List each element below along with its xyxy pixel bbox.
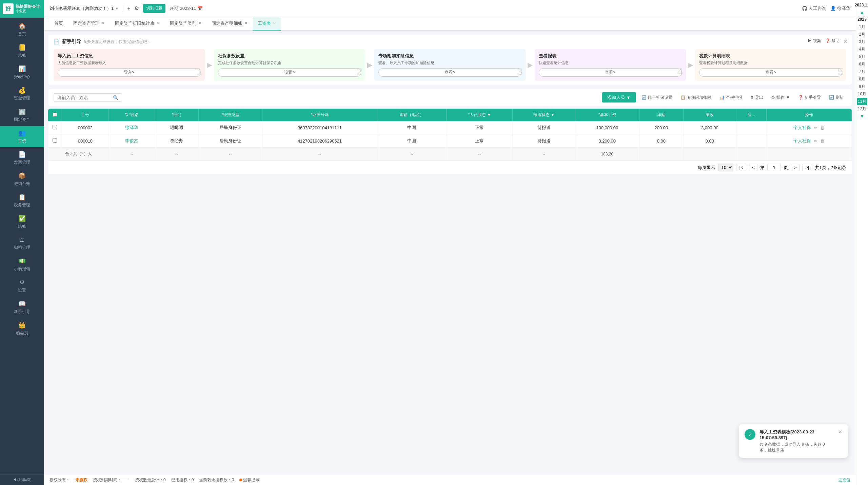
total-label: 合计共（2）人 bbox=[48, 148, 109, 161]
sidebar: 好 畅捷通好会计 专业版 🏠首页📒总账📊报表中心💰资金管理🏢固定资产👥工资📄发票… bbox=[0, 0, 44, 485]
video-link[interactable]: ▶ 视频 bbox=[808, 38, 821, 44]
first-page-btn[interactable]: |< bbox=[736, 164, 746, 171]
headset-icon: 🎧 bbox=[802, 6, 807, 11]
tax-declare-btn[interactable]: 📊 个税申报 bbox=[717, 93, 745, 102]
sidebar-item-funds[interactable]: 💰资金管理 bbox=[0, 83, 44, 105]
sidebar-item-home[interactable]: 🏠首页 bbox=[0, 19, 44, 40]
sidebar-item-reports[interactable]: 📊报表中心 bbox=[0, 62, 44, 83]
export-btn[interactable]: ⬆ 导出 bbox=[748, 93, 766, 102]
row-idtype: 居民身份证 bbox=[198, 134, 262, 148]
switch-version-btn[interactable]: 切到旧版 bbox=[143, 4, 165, 13]
row-name[interactable]: 徐泽华 bbox=[109, 121, 155, 134]
action-social[interactable]: 个人社保 bbox=[793, 138, 811, 144]
search-input[interactable] bbox=[57, 95, 112, 100]
reports-icon: 📊 bbox=[18, 65, 26, 73]
tab-close-fixed-detail[interactable]: ✕ bbox=[244, 21, 248, 25]
guide-arrow-1: ▶ bbox=[205, 61, 214, 69]
step-btn-2[interactable]: 设置> bbox=[218, 68, 361, 77]
expense-icon: 💵 bbox=[18, 257, 26, 265]
step-btn-3[interactable]: 查看> bbox=[378, 68, 521, 77]
social-insurance-btn[interactable]: 🔄 统一社保设置 bbox=[639, 93, 675, 102]
total-dash-1: -- bbox=[109, 148, 155, 161]
tab-close-fixed-category[interactable]: ✕ bbox=[198, 21, 201, 25]
help-link[interactable]: ❓ 帮助 bbox=[825, 38, 840, 44]
last-page-btn[interactable]: >| bbox=[802, 164, 812, 171]
action-social[interactable]: 个人社保 bbox=[793, 125, 811, 131]
refresh-btn[interactable]: 🔄 刷新 bbox=[826, 93, 846, 102]
page-input[interactable] bbox=[767, 164, 781, 171]
calendar-down-btn[interactable]: ▼ bbox=[859, 113, 865, 119]
calendar-month-2月[interactable]: 2月 bbox=[857, 31, 867, 38]
calendar-month-6月[interactable]: 6月 bbox=[857, 60, 867, 68]
user-info[interactable]: 👤 徐泽华 bbox=[830, 5, 850, 12]
ops-arrow-icon: ▼ bbox=[786, 95, 790, 100]
unpin-btn[interactable]: ◀取消固定 bbox=[0, 474, 44, 485]
tab-depreciation[interactable]: 固定资产折旧统计表✕ bbox=[110, 17, 164, 31]
sidebar-item-member[interactable]: 👑畅会员 bbox=[0, 318, 44, 339]
col-report-status[interactable]: 报送状态 ▼ bbox=[513, 109, 575, 121]
sidebar-item-ledger[interactable]: 📒总账 bbox=[0, 40, 44, 62]
sidebar-item-expense[interactable]: 💵小畅报销 bbox=[0, 254, 44, 275]
action-delete-icon[interactable]: 🗑 bbox=[820, 138, 825, 144]
next-page-btn[interactable]: > bbox=[791, 164, 800, 171]
guide-close-btn[interactable]: ✕ bbox=[843, 38, 848, 44]
calendar-month-5月[interactable]: 5月 bbox=[857, 53, 867, 60]
row-checkbox[interactable] bbox=[53, 125, 57, 129]
col-name[interactable]: ⇅ *姓名 bbox=[109, 109, 155, 121]
tab-home[interactable]: 首页 bbox=[50, 17, 68, 31]
sidebar-item-invoicing[interactable]: 📄发票管理 bbox=[0, 147, 44, 169]
special-deduction-btn[interactable]: 📋 专项附加扣除 bbox=[678, 93, 714, 102]
page-size-select[interactable]: 10 20 50 bbox=[718, 164, 733, 171]
row-checkbox[interactable] bbox=[53, 138, 57, 143]
tab-close-fixed-assets[interactable]: ✕ bbox=[102, 21, 105, 25]
calendar-month-1月[interactable]: 1月 bbox=[857, 23, 867, 31]
calendar-month-9月[interactable]: 9月 bbox=[857, 83, 867, 90]
settings-icon[interactable]: ⚙ bbox=[134, 5, 139, 12]
search-icon[interactable]: 🔍 bbox=[113, 95, 118, 100]
row-name[interactable]: 李俊杰 bbox=[109, 134, 155, 148]
calendar-month-7月[interactable]: 7月 bbox=[857, 68, 867, 75]
sidebar-item-new-guide[interactable]: 📖新手引导 bbox=[0, 297, 44, 318]
tab-fixed-category[interactable]: 固定资产类别✕ bbox=[165, 17, 206, 31]
calendar-month-10月[interactable]: 10月 bbox=[857, 90, 867, 98]
recharge-link[interactable]: 去充值 bbox=[838, 477, 850, 483]
tab-fixed-detail[interactable]: 固定资产明细账✕ bbox=[207, 17, 252, 31]
top-bar: 刘小艳演示账套（勿删勿动！）1 ▼ + ⚙ 切到旧版 账期 2023-11 📅 … bbox=[44, 0, 856, 17]
prev-page-btn[interactable]: < bbox=[749, 164, 758, 171]
calendar-up-btn[interactable]: ▲ bbox=[859, 9, 865, 16]
sidebar-item-inventory[interactable]: 📦进销台账 bbox=[0, 169, 44, 190]
operations-btn[interactable]: ⚙ 操作 ▼ bbox=[769, 93, 793, 102]
sidebar-item-archive[interactable]: 🗂归档管理 bbox=[0, 233, 44, 254]
sidebar-item-close[interactable]: ✅结账 bbox=[0, 211, 44, 233]
guide-link-btn[interactable]: ❓ 新手引导 bbox=[795, 93, 824, 102]
col-status[interactable]: *人员状态 ▼ bbox=[447, 109, 513, 121]
username: 徐泽华 bbox=[837, 5, 850, 12]
calendar-month-11月[interactable]: 11月 bbox=[857, 98, 867, 105]
select-all-checkbox[interactable] bbox=[53, 112, 57, 117]
tab-close-payroll[interactable]: ✕ bbox=[273, 21, 276, 25]
step-btn-5[interactable]: 查看> bbox=[699, 68, 842, 77]
tab-fixed-assets[interactable]: 固定资产管理✕ bbox=[68, 17, 110, 31]
calendar-month-3月[interactable]: 3月 bbox=[857, 38, 867, 45]
calendar-month-8月[interactable]: 8月 bbox=[857, 75, 867, 83]
tab-payroll[interactable]: 工资表✕ bbox=[253, 17, 281, 31]
customer-service-btn[interactable]: 🎧 人工咨询 bbox=[802, 5, 826, 12]
action-delete-icon[interactable]: 🗑 bbox=[820, 125, 825, 130]
add-employee-btn[interactable]: 添加人员 ▼ bbox=[602, 92, 636, 102]
step-btn-1[interactable]: 导入> bbox=[58, 68, 201, 77]
calendar-month-4月[interactable]: 4月 bbox=[857, 45, 867, 53]
sidebar-item-settings[interactable]: ⚙设置 bbox=[0, 275, 44, 297]
sidebar-item-payroll[interactable]: 👥工资 bbox=[0, 126, 44, 147]
toast-close-btn[interactable]: ✕ bbox=[838, 429, 842, 434]
action-edit-icon[interactable]: ✏ bbox=[814, 138, 817, 144]
step-btn-4[interactable]: 查看> bbox=[539, 68, 682, 77]
sidebar-item-fixed-assets[interactable]: 🏢固定资产 bbox=[0, 105, 44, 126]
sidebar-item-tax[interactable]: 📋税务管理 bbox=[0, 190, 44, 211]
page-suffix: 页 bbox=[784, 165, 788, 171]
calendar-icon[interactable]: 📅 bbox=[197, 6, 203, 11]
company-select[interactable]: 刘小艳演示账套（勿删勿动！）1 ▼ bbox=[50, 5, 119, 12]
calendar-month-12月[interactable]: 12月 bbox=[857, 105, 867, 113]
action-edit-icon[interactable]: ✏ bbox=[814, 125, 817, 130]
plus-icon[interactable]: + bbox=[127, 5, 130, 12]
tab-close-depreciation[interactable]: ✕ bbox=[157, 21, 160, 25]
